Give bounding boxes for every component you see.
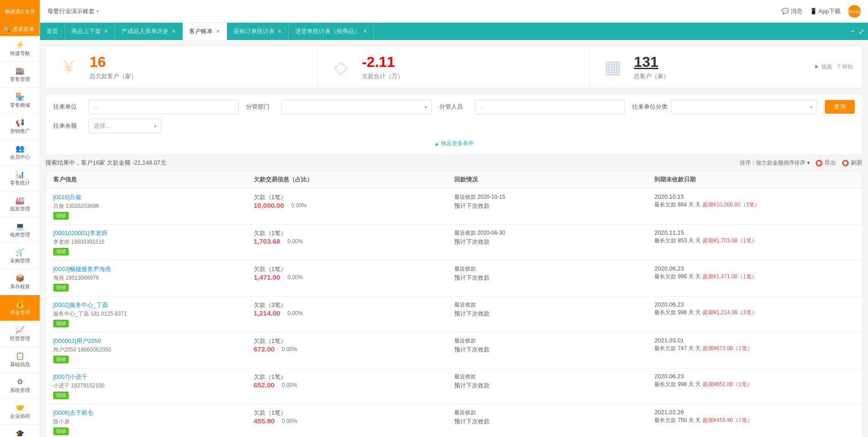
due-date: 2020.06.23 (654, 265, 855, 272)
batch-mgmt-label: 批发管理 (3, 206, 37, 212)
tab-goods-stat[interactable]: 进货单统计表（按商品） ✕ (289, 23, 374, 40)
overdue-link[interactable]: 超期¥455.90（1笔） (702, 417, 753, 423)
due-date-cell: 2021.03.01 最长欠款 747 天 天 超期¥672.00（1笔） (654, 337, 855, 352)
col-header-customer: 客户信息 (53, 176, 254, 184)
sidebar-item-nav[interactable]: ⚡ 快捷导航 (0, 36, 40, 62)
overdue-link[interactable]: 超期¥672.00（1笔） (702, 345, 753, 352)
nav-label: 快捷导航 (3, 50, 37, 57)
latest-collect: 最近收款 (454, 373, 655, 381)
sidebar-item-enterprise[interactable]: 🤝 企业协同 (0, 399, 40, 425)
stat-number-debt-customers: 16 (90, 54, 309, 70)
tab-customer-account-close-icon[interactable]: ✕ (216, 28, 220, 35)
sidebar-item-operation[interactable]: 📈 经营管理 (0, 321, 40, 347)
customer-tag: 现销 (53, 320, 69, 327)
debt-amount: 10,000.00 (254, 201, 284, 209)
sidebar-item-retail-mgmt[interactable]: 🏬 零售管理 (0, 62, 40, 88)
tab-purchase-order-close-icon[interactable]: ✕ (277, 28, 282, 35)
sidebar-item-purchase[interactable]: 🛒 采购管理 (0, 243, 40, 269)
customer-info-cell: [0016]吕俊 吕俊 13026203696 现销 (53, 193, 254, 220)
sidebar-item-retail-mall[interactable]: 🏪 零售商城 (0, 88, 40, 114)
filter-input-person[interactable]: ··· (475, 100, 625, 114)
tab-customer-account[interactable]: 客户账本 ✕ (183, 23, 227, 40)
tab-minimize-icon[interactable]: − (851, 27, 855, 35)
due-date: 2020.06.23 (654, 373, 855, 380)
customer-tag: 现销 (53, 392, 69, 399)
customer-name-link[interactable]: [0006]去下粮仓 (53, 409, 254, 417)
customer-name-link[interactable]: [0007]小进千 (53, 373, 254, 381)
sidebar-item-ecommerce[interactable]: 💻 电商管理 (0, 217, 40, 243)
tab-products-close-icon[interactable]: ✕ (104, 28, 108, 35)
retail-mall-icon: 🏪 (3, 92, 37, 101)
tab-purchase-order[interactable]: 采购订单统计表 ✕ (227, 23, 289, 40)
customer-tag: 现销 (53, 356, 69, 363)
video-btn[interactable]: ▶ 视频 (814, 63, 832, 71)
logo-text: 畅捷通好生意 (5, 8, 35, 15)
table-row: [0007]小进千 小进千 18279152100 现销 欠款（1笔） 652.… (46, 368, 862, 404)
debt-percent: 0.00% (287, 238, 303, 245)
customer-name-link[interactable]: [0003]畅捷服务尹海燕 (53, 265, 254, 273)
finance-label: 资金管理 (3, 309, 37, 316)
filter-select-balance[interactable]: 选择... ▾ (89, 119, 161, 133)
filter-select-unit-class[interactable]: ▾ (671, 100, 818, 114)
stat-info-debt-customers: 16 总欠款客户（家） (90, 54, 309, 80)
tab-home[interactable]: 首页 (40, 23, 65, 40)
sidebar: 畅捷通好生意 🔍 搜索菜单 ⚡ 快捷导航 🏬 零售管理 🏪 零售商城 📢 营销推… (0, 0, 40, 437)
message-btn[interactable]: 💬 消息 (782, 7, 803, 15)
sidebar-nav: ⚡ 快捷导航 🏬 零售管理 🏪 零售商城 📢 营销推广 👥 会员中心 📊 零售统… (0, 36, 40, 437)
sidebar-item-retail-stat[interactable]: 📊 零售统计 (0, 166, 40, 191)
overdue-link[interactable]: 超期¥1,214.00（3笔） (702, 309, 757, 316)
sidebar-item-member[interactable]: 👥 会员中心 (0, 140, 40, 166)
due-date-cell: 2020.11.15 最长欠款 853 天 天 超期¥1,703.68（1笔） (654, 229, 855, 245)
tabs-bar: 首页 商品上下架 ✕ 产成品入库单历史 ✕ 客户账本 ✕ 采购订单统计表 ✕ 进… (40, 23, 868, 40)
filter-select-dept[interactable]: ▾ (281, 100, 431, 114)
customer-name-link[interactable]: [0002]服务中心_丁磊 (53, 301, 254, 309)
table-row: [0001020001]李老师 李老师 18600391516 现销 欠款（1笔… (46, 225, 862, 261)
avatar[interactable]: demo2 (848, 5, 861, 18)
overdue-link[interactable]: 超期¥652.00（1笔） (702, 381, 753, 387)
sidebar-item-marketing[interactable]: 📢 营销推广 (0, 114, 40, 140)
next-collect: 预计下次收款 (454, 417, 655, 426)
member-label: 会员中心 (3, 154, 37, 161)
stat-icon-building: ▦ (599, 53, 627, 80)
sort-selector[interactable]: 排序：按欠款金额倒序排序 ▾ (740, 159, 810, 167)
customer-name-link[interactable]: [0001020001]李老师 (53, 229, 254, 237)
sidebar-search-menu[interactable]: 🔍 搜索菜单 (0, 23, 40, 36)
debt-amount-row: 652.00 0.00% (254, 381, 454, 389)
tab-goods-stat-close-icon[interactable]: ✕ (363, 28, 367, 35)
company-selector[interactable]: 母婴行业演示账套 ▾ (47, 7, 99, 15)
sidebar-item-inventory[interactable]: 📦 库存核算 (0, 269, 40, 295)
collapse-filter-button[interactable]: ▲ 收起更多条件 (53, 138, 855, 149)
debt-percent: 0.00% (282, 418, 297, 424)
marketing-label: 营销推广 (3, 128, 37, 135)
overdue-link[interactable]: 超期¥10,000.00（1笔） (702, 201, 760, 208)
filter-label-balance: 往来余额 (53, 122, 85, 130)
app-download-btn[interactable]: 📱 App下载 (810, 7, 841, 15)
due-date-cell: 2020.06.23 最长欠款 998 天 天 超期¥1,471.00（1笔） (654, 265, 855, 281)
sidebar-item-batch-mgmt[interactable]: 🏭 批发管理 (0, 191, 40, 217)
overdue-link[interactable]: 超期¥1,471.00（1笔） (702, 273, 757, 280)
sidebar-item-finance[interactable]: 💰 资金管理 (0, 295, 40, 321)
due-date: 2020.11.15 (654, 229, 855, 236)
overdue-link[interactable]: 超期¥1,703.68（1笔） (702, 237, 757, 244)
stat-card-actions: ▶ 视频 ? 帮助 (814, 63, 853, 71)
sidebar-item-basic[interactable]: 📋 基础信息 (0, 347, 40, 373)
sidebar-item-guide[interactable]: 🎓 新手引导 (0, 425, 40, 437)
tab-production[interactable]: 产成品入库单历史 ✕ (115, 23, 183, 40)
tab-products[interactable]: 商品上下架 ✕ (65, 23, 115, 40)
refresh-button[interactable]: ⭕ 刷新 (842, 159, 863, 167)
topbar-right: 💬 消息 📱 App下载 demo2 (782, 5, 861, 18)
help-btn[interactable]: ? 帮助 (838, 63, 853, 71)
debt-percent: 0.00% (287, 274, 303, 281)
export-button[interactable]: ⭕ 导出 (815, 159, 836, 167)
tab-maximize-icon[interactable]: ⤢ (858, 27, 864, 36)
tab-production-close-icon[interactable]: ✕ (171, 28, 176, 35)
customer-name-link[interactable]: [000002]用户2050 (53, 337, 254, 345)
customer-phone: 李老师 18600391516 (53, 238, 254, 246)
stat-info-debt-total: -2.11 欠款合计（万） (362, 54, 581, 80)
overdue-days: 最长欠款 998 天 天 超期¥652.00（1笔） (654, 381, 855, 388)
search-button[interactable]: 查询 (825, 100, 855, 114)
sidebar-item-system[interactable]: ⚙ 系统管理 (0, 373, 40, 399)
customer-name-link[interactable]: [0016]吕俊 (53, 193, 254, 201)
debt-percent: 0.00% (287, 310, 303, 316)
filter-input-unit[interactable]: ··· (89, 100, 239, 114)
